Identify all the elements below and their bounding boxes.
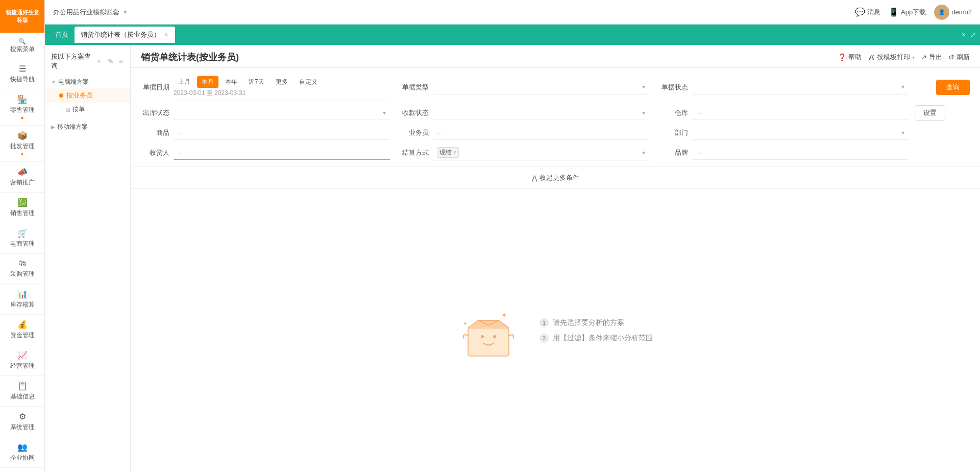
settlement-tag-close[interactable]: × — [453, 150, 456, 155]
user-profile[interactable]: 👤 demo2 — [934, 5, 972, 20]
scheme-item-salesperson-label: 按业务员 — [66, 91, 93, 100]
sidebar-logo: 畅捷通好生意 标版 — [0, 0, 45, 33]
sidebar-item-wholesale[interactable]: 📦 批发管理 ▲ — [0, 126, 44, 162]
sidebar-item-ecommerce[interactable]: 🛒 电商管理 — [0, 223, 44, 254]
export-icon: ↗ — [921, 53, 927, 61]
filter-status-item: 单据状态 ▾ — [659, 80, 909, 95]
collapse-scheme-btn[interactable]: « — [118, 56, 124, 66]
warehouse-label: 仓库 — [659, 108, 688, 117]
brand-control[interactable]: ··· — [692, 146, 909, 160]
sidebar-item-inventory[interactable]: 📊 库存核算 — [0, 284, 44, 315]
settings-button[interactable]: 设置 — [915, 105, 945, 121]
query-button[interactable]: 查询 — [936, 80, 970, 95]
tab-home[interactable]: 首页 — [49, 27, 75, 43]
consignee-dots: ··· — [178, 149, 183, 156]
status-dropdown-icon: ▾ — [901, 83, 904, 90]
scheme-item-order-label: 按单 — [72, 105, 85, 114]
goods-dots: ··· — [178, 129, 183, 136]
purchase-icon: 🛍 — [18, 259, 27, 268]
filter-form: 单据日期 上月 本月 本年 近7天 更多 自定义 2023-03-01 至 20… — [131, 68, 980, 167]
close-window-btn[interactable]: × — [962, 31, 966, 39]
sidebar-item-corp[interactable]: 👥 企业协同 — [0, 437, 44, 468]
page-actions: ❓ 帮助 🖨 按模板打印 ▾ ↗ 导出 ↺ 刷新 — [838, 53, 970, 62]
print-btn[interactable]: 🖨 按模板打印 ▾ — [868, 53, 915, 62]
filter-type-item: 单据类型 ▾ — [400, 80, 649, 95]
receivestatus-control[interactable]: ▾ — [433, 106, 649, 120]
warehouse-control[interactable]: ··· — [692, 106, 909, 120]
goods-label: 商品 — [141, 128, 169, 137]
goods-control[interactable]: ··· — [174, 126, 390, 140]
add-scheme-btn[interactable]: ＋ — [94, 56, 104, 67]
help-btn[interactable]: ❓ 帮助 — [838, 53, 862, 62]
system-icon: ⚙ — [19, 412, 26, 421]
sidebar-item-marketing[interactable]: 📣 营销推广 — [0, 162, 44, 193]
date-btn-thismonth[interactable]: 本月 — [197, 76, 218, 88]
sidebar-item-sales[interactable]: 💹 销售管理 — [0, 193, 44, 223]
message-btn[interactable]: 💬 消息 — [855, 7, 880, 17]
scheme-group-desktop-header[interactable]: ▼ 电脑端方案 — [45, 76, 130, 88]
salesperson-control[interactable]: ··· — [433, 126, 649, 140]
scheme-item-salesperson[interactable]: 按业务员 — [45, 88, 130, 103]
tab-bar: 首页 销货单统计表（按业务员） × × ⤢ — [45, 25, 980, 45]
scheme-item-order[interactable]: ⊞ 按单 — [45, 103, 130, 116]
retail-icon: 🏪 — [17, 95, 28, 104]
consignee-control[interactable]: ··· — [174, 146, 390, 160]
type-dropdown-icon: ▾ — [642, 83, 645, 90]
date-btn-7days[interactable]: 近7天 — [244, 76, 269, 88]
settlement-control[interactable]: 现结 × ▾ — [433, 145, 649, 160]
filter-outstatus-item: 出库状态 ▾ — [141, 106, 390, 120]
date-btn-more[interactable]: 更多 — [271, 76, 292, 88]
sidebar-item-operation[interactable]: 📈 经营管理 — [0, 345, 44, 376]
brand-dots: ··· — [696, 149, 701, 156]
sidebar-item-purchase[interactable]: 🛍 采购管理 — [0, 254, 44, 284]
maximize-window-btn[interactable]: ⤢ — [970, 31, 976, 39]
message-icon: 💬 — [855, 7, 865, 17]
tab-close-btn[interactable]: × — [163, 30, 169, 39]
status-control[interactable]: ▾ — [692, 80, 909, 95]
scheme-group-mobile-header[interactable]: ▶ 移动端方案 — [45, 121, 130, 133]
empty-tips: 1 请先选择要分析的方案 2 用【过滤】条件来缩小分析范围 — [540, 318, 653, 343]
filter-brand-item: 品牌 ··· — [659, 146, 909, 160]
sales-tab-label: 销货单统计表（按业务员） — [81, 30, 160, 39]
home-tab-label: 首页 — [55, 30, 68, 39]
main-area: 办公用品行业模拟账套 ▾ 💬 消息 📱 App下载 👤 demo2 首页 — [45, 0, 980, 472]
refresh-icon: ↺ — [948, 53, 954, 61]
refresh-btn[interactable]: ↺ 刷新 — [948, 53, 970, 62]
date-btn-lastmonth[interactable]: 上月 — [174, 76, 195, 88]
sidebar-item-guide[interactable]: 🎯 新手引导 — [0, 468, 44, 472]
export-btn[interactable]: ↗ 导出 — [921, 53, 942, 62]
marketing-icon: 📣 — [17, 167, 28, 177]
dropdown-arrow[interactable]: ▾ — [124, 8, 127, 16]
svg-text:✦: ✦ — [501, 311, 507, 319]
sidebar-item-retail[interactable]: 🏪 零售管理 ▲ — [0, 89, 44, 126]
empty-state: ✦ ✦ 1 请先选择要分析的方案 2 用【过滤】条件来缩小分析范围 — [131, 189, 980, 472]
edit-scheme-btn[interactable]: ✎ — [107, 56, 115, 66]
app-download-btn[interactable]: 📱 App下载 — [889, 7, 926, 17]
brand-label: 品牌 — [659, 148, 688, 157]
dept-control[interactable]: ▾ — [692, 126, 909, 140]
grid-icon: ⊞ — [65, 106, 70, 113]
consignee-label: 收货人 — [141, 148, 169, 157]
collapse-btn[interactable]: ⋀ 收起更多条件 — [526, 171, 585, 184]
sales-icon: 💹 — [17, 198, 28, 207]
ecommerce-icon: 🛒 — [17, 228, 28, 238]
sidebar-item-search[interactable]: 🔍 搜索菜单 — [0, 33, 44, 59]
topbar-right: 💬 消息 📱 App下载 👤 demo2 — [855, 5, 972, 20]
scheme-title: 按以下方案查询 — [51, 52, 91, 70]
help-icon: ❓ — [838, 53, 846, 61]
type-control[interactable]: ▾ — [433, 80, 649, 95]
sidebar-item-quicknav[interactable]: ☰ 快捷导航 — [0, 59, 44, 89]
sidebar-item-system[interactable]: ⚙ 系统管理 — [0, 407, 44, 437]
filter-receivestatus-item: 收款状态 ▾ — [400, 106, 649, 120]
chevron-right-icon: ▶ — [51, 124, 55, 130]
filter-row-2: 出库状态 ▾ 收款状态 ▾ — [141, 105, 970, 121]
salesperson-dots: ··· — [437, 129, 442, 136]
sidebar-item-base[interactable]: 📋 基础信息 — [0, 376, 44, 407]
sidebar-item-finance[interactable]: 💰 资金管理 — [0, 315, 44, 345]
tab-sales-stats[interactable]: 销货单统计表（按业务员） × — [75, 27, 175, 43]
date-btn-custom[interactable]: 自定义 — [295, 76, 322, 88]
outstatus-control[interactable]: ▾ — [174, 106, 390, 120]
status-label: 单据状态 — [659, 83, 688, 92]
empty-illustration: ✦ ✦ — [458, 300, 519, 361]
date-btn-thisyear[interactable]: 本年 — [220, 76, 242, 88]
